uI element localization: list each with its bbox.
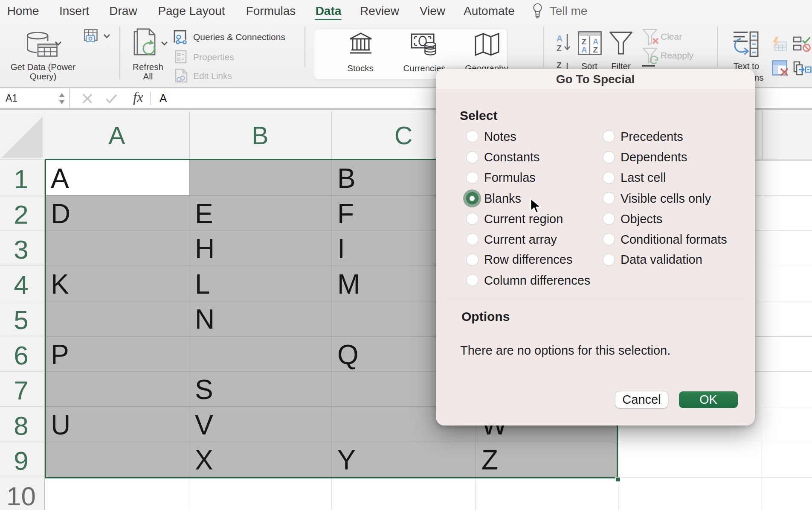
svg-text:Z: Z — [557, 44, 562, 53]
svg-text:Z: Z — [582, 37, 586, 46]
svg-text:A: A — [581, 45, 587, 54]
svg-text:A: A — [557, 34, 563, 43]
svg-text:Z: Z — [557, 61, 562, 69]
svg-text:Z: Z — [593, 45, 598, 54]
svg-text:A: A — [593, 37, 598, 46]
